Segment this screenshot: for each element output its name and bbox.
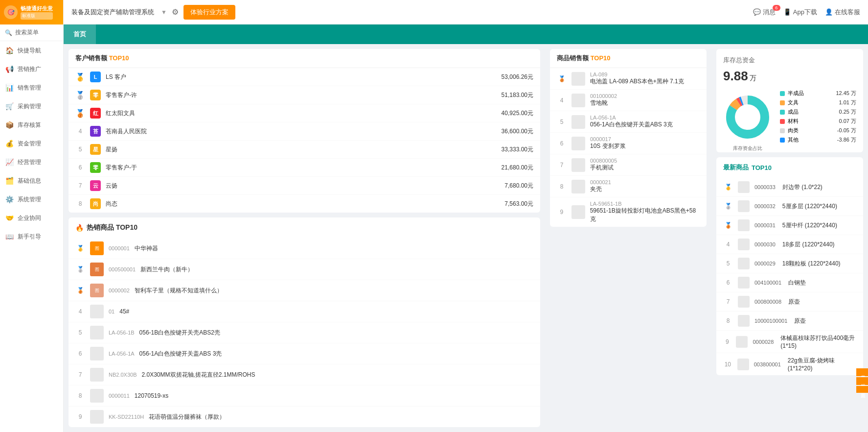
rank-name: 零售客户-于 <box>106 164 497 172</box>
header: 装备及固定资产辅助管理系统 ▼ ⚙ 体验行业方案 💬 消息 6 📱 App下载 … <box>64 0 868 24</box>
sidebar-item-marketing[interactable]: 📢 营销推广 <box>0 60 63 78</box>
table-row: 6 零 零售客户-于 21,680.00元 <box>69 159 540 177</box>
list-item: 5 LA-056-1B 056-1B白色按键开关壳ABS2壳 <box>69 322 540 343</box>
product-rank: 8 <box>557 183 567 190</box>
sidebar-item-finance[interactable]: 💰 资金管理 <box>0 134 63 153</box>
tab-home[interactable]: 首页 <box>64 24 96 44</box>
sidebar-item-operations[interactable]: 📈 经营管理 <box>0 153 63 171</box>
table-row: 4 苔 苍南县人民医院 36,600.00元 <box>69 122 540 141</box>
table-row: 🥉 红 红太阳文具 40,925.00元 <box>69 104 540 122</box>
product-name: 2.0X30MM双搓花轴,搓花直径2.1MM/ROHS <box>141 371 255 379</box>
product-code: 0000002 <box>109 288 130 293</box>
rank-amount: 36,600.00元 <box>502 127 533 136</box>
inventory-icon: 📦 <box>5 120 14 129</box>
legend-dot <box>780 110 785 115</box>
list-item: 9 KK-SD22110H 花语萌值温分腿裤袜（厚款） <box>69 407 540 427</box>
list-item: 9 LA-59651-1B 59651-1B旋转投影灯电池盒ABS黑色+58克 <box>550 197 707 227</box>
list-item: 🥈 0000032 5厘多层 (1220*2440) <box>716 197 863 216</box>
sidebar-item-enterprise[interactable]: 🤝 企业协同 <box>0 209 63 227</box>
hot-products-list: 🥇 图 0000001 中华神器 🥈 图 000500001 新西兰牛肉（新牛）… <box>69 238 540 427</box>
product-name: 原壶 <box>794 317 806 325</box>
rank-badge: 云 <box>90 180 101 191</box>
new-products-top-label: TOP10 <box>752 164 772 171</box>
product-name: 花语萌值温分腿裤袜（厚款） <box>149 413 225 421</box>
product-code: 0000011 <box>109 393 130 399</box>
product-code: 003800001 <box>754 361 781 367</box>
direct-button[interactable]: 直面 <box>856 386 868 393</box>
app-icon: 📱 <box>783 8 791 16</box>
legend-dot <box>780 138 785 143</box>
rank-name: 红太阳文具 <box>106 109 497 118</box>
product-code: 000500001 <box>109 266 136 272</box>
trial-button[interactable]: 体验行业方案 <box>183 5 235 20</box>
search-menu[interactable]: 🔍 搜索菜单 <box>0 24 63 41</box>
app-download[interactable]: 📱 App下载 <box>783 8 817 17</box>
dropdown-icon[interactable]: ▼ <box>161 9 167 16</box>
product-sales-header: 商品销售额 TOP10 <box>550 49 707 68</box>
product-rank: 🥇 <box>723 184 733 191</box>
product-name: 封边带 (1.0*22) <box>782 183 822 192</box>
rank-num: 6 <box>75 164 85 171</box>
search-icon: 🔍 <box>5 29 12 36</box>
legend-dot <box>780 119 785 124</box>
product-rank: 4 <box>557 97 567 104</box>
sidebar-item-inventory[interactable]: 📦 库存核算 <box>0 116 63 134</box>
product-rank: 🥉 <box>75 287 85 294</box>
stock-amount: 9.88 <box>723 69 748 83</box>
settings-icon[interactable]: ⚙ <box>172 7 179 17</box>
list-item: 7 000800008 原壶 <box>716 292 863 312</box>
rank-badge: 红 <box>90 108 101 119</box>
app-label: App下载 <box>793 8 817 17</box>
product-image <box>90 410 104 424</box>
hot-products-header: 🔥 热销商品 TOP10 <box>69 217 540 238</box>
product-name: 22g鱼豆腐-烧烤味 (1*12*20) <box>788 357 856 372</box>
product-code: 0000017 <box>590 136 626 142</box>
legend-name: 文具 <box>788 99 799 106</box>
product-code: LA-089 <box>590 72 684 77</box>
product-code: LA-59651-1B <box>590 201 700 207</box>
sidebar-item-guide[interactable]: 📖 新手引导 <box>0 227 63 246</box>
sidebar-item-sales[interactable]: 📊 销售管理 <box>0 78 63 97</box>
customer-ranking-table: 🥇 L LS 客户 53,006.26元 🥈 零 零售客户-许 51,183.0… <box>69 68 540 213</box>
table-row: 🥇 L LS 客户 53,006.26元 <box>69 68 540 86</box>
header-right: 💬 消息 6 📱 App下载 👤 在线客服 <box>753 8 860 17</box>
list-item: 🥇 0000033 封边带 (1.0*22) <box>716 178 863 197</box>
product-rank: 8 <box>75 392 85 399</box>
list-item: 4 01 45# <box>69 301 540 322</box>
logo-icon: 🎯 <box>4 5 18 19</box>
product-rank: 6 <box>557 140 567 147</box>
online-service[interactable]: 👤 在线客服 <box>825 8 860 17</box>
message-badge[interactable]: 💬 消息 6 <box>753 8 776 17</box>
sidebar-item-basic-info[interactable]: 🗂️ 基础信息 <box>0 171 63 190</box>
legend-dot <box>780 128 785 133</box>
new-products-card: 最新商品 TOP10 🥇 0000033 封边带 (1.0*22) 🥈 0000… <box>716 157 863 375</box>
product-name: 5厘多层 (1220*2440) <box>782 202 837 211</box>
legend-value: 0.07 万 <box>839 118 856 125</box>
donut-chart <box>723 93 772 142</box>
trophy-icon: 🥉 <box>75 109 85 118</box>
legend-name: 成品 <box>788 108 799 116</box>
service-community-button[interactable]: 服务社区 <box>856 377 868 385</box>
sidebar-item-system[interactable]: ⚙️ 系统管理 <box>0 190 63 209</box>
trophy-icon: 🥈 <box>75 91 85 100</box>
product-image <box>90 347 104 360</box>
product-image <box>90 368 104 382</box>
main-area: 装备及固定资产辅助管理系统 ▼ ⚙ 体验行业方案 💬 消息 6 📱 App下载 … <box>64 0 868 432</box>
product-image <box>90 389 104 403</box>
quick-nav-icon: 🏠 <box>5 46 14 55</box>
right-panel: 库存总资金 9.88 万 <box>711 44 868 432</box>
sidebar-item-quick-nav[interactable]: 🏠 快捷导航 <box>0 41 63 60</box>
sidebar-item-purchase[interactable]: 🛒 采购管理 <box>0 97 63 116</box>
customer-service-hotline-button[interactable]: 客服热线 <box>856 368 868 376</box>
rank-amount: 53,006.26元 <box>502 73 533 81</box>
sidebar-item-label: 企业协同 <box>18 214 41 222</box>
legend-dot <box>780 91 785 96</box>
legend-item: 材料 0.07 万 <box>780 118 856 125</box>
product-rank: 9 <box>75 413 85 420</box>
product-image <box>738 200 750 212</box>
list-item: 7 NB2.0X30B 2.0X30MM双搓花轴,搓花直径2.1MM/ROHS <box>69 364 540 385</box>
product-name: 电池盖 LA-089 ABS本色+黑种 7.1克 <box>590 77 684 86</box>
product-image <box>571 158 585 172</box>
product-rank: 🥈 <box>723 203 733 210</box>
sidebar-item-label: 系统管理 <box>18 195 41 204</box>
